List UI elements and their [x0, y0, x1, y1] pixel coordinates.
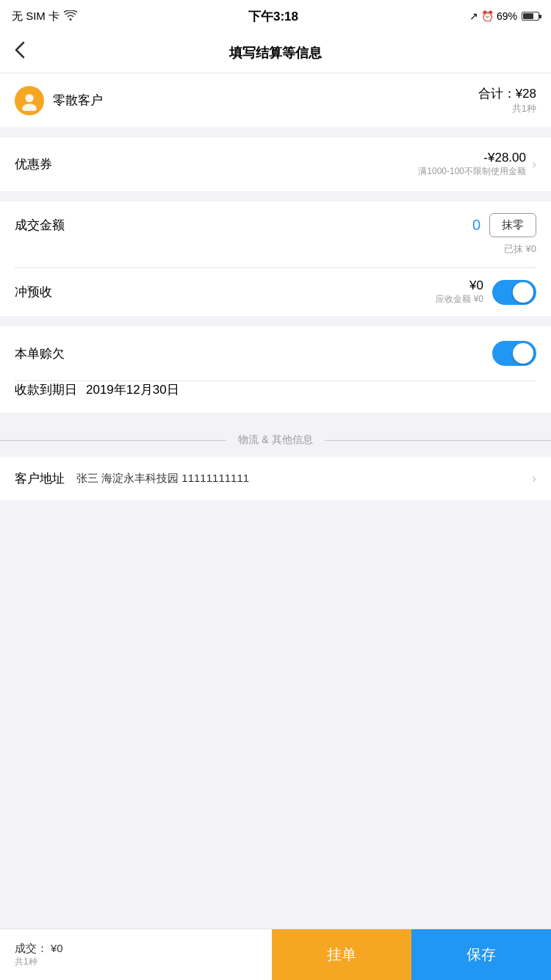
- debt-section: 本单赊欠 收款到期日 2019年12月30日: [0, 326, 551, 413]
- section-divider-4: [0, 413, 551, 423]
- battery-icon: [522, 12, 539, 21]
- prepay-sub: 应收金额 ¥0: [436, 293, 483, 306]
- section-divider-2: [0, 191, 551, 201]
- status-left: 无 SIM 卡: [12, 10, 77, 24]
- customer-info: 零散客户: [15, 86, 103, 115]
- prepay-row: 冲预收 ¥0 应收金额 ¥0: [15, 268, 536, 316]
- logistics-label: 物流 & 其他信息: [238, 433, 312, 447]
- status-right: ↗ ⏰ 69%: [469, 10, 539, 22]
- customer-section: 零散客户 合计：¥28 共1种: [0, 73, 551, 127]
- nav-bar: 填写结算等信息: [0, 32, 551, 73]
- address-value: 张三 海淀永丰科技园 11111111111: [76, 472, 520, 486]
- back-button[interactable]: [15, 35, 31, 70]
- customer-total: 合计：¥28: [478, 85, 536, 102]
- svg-point-1: [22, 104, 37, 111]
- address-section: 客户地址 张三 海淀永丰科技园 11111111111 ›: [0, 457, 551, 500]
- section-divider-3: [0, 316, 551, 326]
- customer-count: 共1种: [478, 102, 536, 115]
- already-rounded-text: 已抹 ¥0: [504, 243, 536, 254]
- prepay-amount: ¥0: [436, 278, 483, 293]
- transaction-section: 成交金额 0 抹零 已抹 ¥0 冲预收 ¥0 应收金额 ¥0: [0, 201, 551, 316]
- carrier-text: 无 SIM 卡: [12, 10, 60, 24]
- bottom-count: 共1种: [15, 956, 257, 968]
- status-time: 下午3:18: [248, 8, 298, 25]
- debt-row: 本单赊欠: [15, 326, 536, 381]
- page-title: 填写结算等信息: [229, 44, 322, 62]
- alarm-icon: ⏰: [481, 10, 494, 22]
- coupon-label: 优惠券: [15, 156, 52, 173]
- svg-point-0: [25, 93, 33, 101]
- logistics-line-right: [325, 440, 551, 441]
- section-divider-1: [0, 127, 551, 137]
- round-button[interactable]: 抹零: [489, 213, 536, 237]
- coupon-discount: -¥28.00: [418, 151, 526, 165]
- transaction-value: 0: [472, 217, 480, 234]
- prepay-right: ¥0 应收金额 ¥0: [436, 278, 536, 306]
- coupon-value-block: -¥28.00 满1000-100不限制使用金额: [418, 151, 526, 178]
- debt-toggle[interactable]: [492, 341, 536, 366]
- coupon-desc: 满1000-100不限制使用金额: [418, 165, 526, 178]
- prepay-label: 冲预收: [15, 284, 52, 300]
- bottom-deal-value: ¥0: [51, 942, 63, 954]
- due-date-row: 收款到期日 2019年12月30日: [15, 381, 536, 413]
- prepay-value-block: ¥0 应收金额 ¥0: [436, 278, 483, 306]
- logistics-line-left: [0, 440, 226, 441]
- amount-right: 0 抹零: [472, 213, 536, 237]
- bottom-deal-label: 成交：: [15, 942, 48, 956]
- content-spacer: [0, 500, 551, 596]
- status-bar: 无 SIM 卡 下午3:18 ↗ ⏰ 69%: [0, 0, 551, 32]
- prepay-toggle[interactable]: [492, 280, 536, 305]
- save-button[interactable]: 保存: [411, 929, 551, 980]
- customer-summary: 合计：¥28 共1种: [478, 85, 536, 115]
- due-date-value: 2019年12月30日: [86, 381, 179, 398]
- logistics-divider: 物流 & 其他信息: [0, 423, 551, 457]
- amount-row: 成交金额 0 抹零: [15, 201, 536, 242]
- bottom-info: 成交： ¥0 共1种: [0, 942, 272, 968]
- coupon-right: -¥28.00 满1000-100不限制使用金额 ›: [418, 151, 536, 178]
- wifi-icon: [64, 10, 77, 23]
- address-chevron-icon: ›: [532, 471, 536, 486]
- due-date-label: 收款到期日: [15, 381, 77, 398]
- coupon-row[interactable]: 优惠券 -¥28.00 满1000-100不限制使用金额 ›: [15, 137, 536, 191]
- address-row[interactable]: 客户地址 张三 海淀永丰科技园 11111111111 ›: [15, 457, 536, 500]
- avatar: [15, 86, 44, 115]
- hang-button[interactable]: 挂单: [272, 929, 411, 980]
- amount-sub-row: 已抹 ¥0: [15, 242, 536, 267]
- customer-name: 零散客户: [53, 92, 103, 109]
- address-label: 客户地址: [15, 470, 65, 487]
- transaction-label: 成交金额: [15, 217, 65, 234]
- debt-label: 本单赊欠: [15, 345, 65, 362]
- coupon-section: 优惠券 -¥28.00 满1000-100不限制使用金额 ›: [0, 137, 551, 191]
- location-icon: ↗: [469, 10, 478, 22]
- chevron-right-icon: ›: [532, 156, 536, 172]
- customer-row: 零散客户 合计：¥28 共1种: [15, 73, 536, 127]
- bottom-bar: 成交： ¥0 共1种 挂单 保存: [0, 929, 551, 980]
- battery-percent: 69%: [497, 10, 517, 22]
